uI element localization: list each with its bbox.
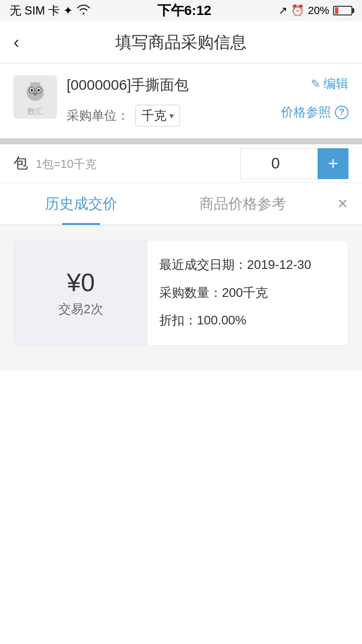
tab-history-price[interactable]: 历史成交价 <box>0 182 162 225</box>
history-price-value: ¥0 <box>67 268 95 297</box>
price-ref-label: 价格参照 <box>281 104 331 121</box>
svg-point-5 <box>31 89 33 92</box>
tab-history-label: 历史成交价 <box>45 194 117 214</box>
history-card: ¥0 交易2次 最近成交日期：2019-12-30 采购数量：200千克 折扣：… <box>14 240 348 346</box>
quantity-left: 包 1包=10千克 <box>14 154 97 173</box>
price-ref-button[interactable]: 价格参照 ? <box>281 104 348 121</box>
product-unit-row: 采购单位： 千克 ▾ <box>67 105 189 126</box>
discount-value: 100.00% <box>197 313 247 327</box>
brand-label: 数汇 <box>23 107 48 117</box>
svg-point-6 <box>38 89 40 92</box>
status-bar: 无 SIM 卡 ✦ 下午6:12 ↗ ⏰ 20% <box>0 0 362 21</box>
quantity-unit-label: 包 <box>14 154 28 173</box>
tab-price-ref[interactable]: 商品价格参考 <box>162 182 323 225</box>
tab-close-button[interactable]: × <box>323 182 362 225</box>
status-right: ↗ ⏰ 20% <box>278 4 352 17</box>
history-price-left: ¥0 交易2次 <box>14 240 148 345</box>
history-discount-row: 折扣：100.00% <box>159 310 336 331</box>
product-image-icon <box>23 78 48 106</box>
product-left: 数汇 [0000006]手撕面包 采购单位： 千克 ▾ <box>14 75 189 126</box>
price-number: 0 <box>81 268 95 296</box>
status-time: 下午6:12 <box>157 1 211 20</box>
bottom-space <box>0 370 362 644</box>
history-quantity-row: 采购数量：200千克 <box>159 283 336 303</box>
product-info: [0000006]手撕面包 采购单位： 千克 ▾ <box>67 75 189 126</box>
quantity-label: 采购数量： <box>159 285 222 300</box>
quantity-value: 200千克 <box>222 285 268 300</box>
quantity-input[interactable] <box>240 148 318 179</box>
unit-chevron-icon: ▾ <box>169 111 174 121</box>
section-divider <box>0 139 362 144</box>
battery-icon <box>333 6 352 15</box>
discount-label: 折扣： <box>159 313 197 327</box>
location-icon: ↗ <box>278 4 287 17</box>
quantity-plus-button[interactable]: + <box>318 148 348 179</box>
edit-button[interactable]: ✎ 编辑 <box>311 75 348 92</box>
history-detail-right: 最近成交日期：2019-12-30 采购数量：200千克 折扣：100.00% <box>148 240 348 345</box>
nav-bar: ‹ 填写商品采购信息 <box>0 21 362 64</box>
date-label: 最近成交日期： <box>159 257 247 272</box>
unit-value: 千克 <box>141 107 167 124</box>
history-trade-count: 交易2次 <box>58 301 103 318</box>
edit-label: 编辑 <box>323 75 348 92</box>
unit-label: 采购单位： <box>67 107 129 124</box>
back-button[interactable]: ‹ <box>14 32 19 53</box>
tab-price-ref-label: 商品价格参考 <box>199 194 286 214</box>
svg-point-8 <box>31 82 39 88</box>
tabs-panel: 历史成交价 商品价格参考 × ¥0 交易2次 最近成交日期：2019-12-30… <box>0 183 362 370</box>
edit-icon: ✎ <box>311 77 320 91</box>
history-date-row: 最近成交日期：2019-12-30 <box>159 255 336 275</box>
price-ref-icon: ? <box>335 106 348 119</box>
status-left: 无 SIM 卡 ✦ <box>10 3 90 18</box>
product-thumbnail: 数汇 <box>14 75 57 119</box>
sim-signal-text: 无 SIM 卡 ✦ <box>10 3 73 18</box>
battery-percent: 20% <box>308 4 329 17</box>
quantity-hint: 1包=10千克 <box>36 156 97 172</box>
page-title: 填写商品采购信息 <box>115 31 247 54</box>
tab-content: ¥0 交易2次 最近成交日期：2019-12-30 采购数量：200千克 折扣：… <box>0 225 362 370</box>
product-name: [0000006]手撕面包 <box>67 75 189 95</box>
product-right: ✎ 编辑 价格参照 ? <box>281 75 348 121</box>
quantity-row: 包 1包=10千克 + <box>0 144 362 183</box>
date-value: 2019-12-30 <box>247 257 311 272</box>
unit-select[interactable]: 千克 ▾ <box>135 105 180 126</box>
tabs-header: 历史成交价 商品价格参考 × <box>0 183 362 225</box>
alarm-icon: ⏰ <box>291 4 304 17</box>
currency-symbol: ¥ <box>67 268 81 296</box>
product-card: 数汇 [0000006]手撕面包 采购单位： 千克 ▾ ✎ 编辑 <box>0 64 362 139</box>
quantity-input-group: + <box>240 148 348 179</box>
wifi-icon <box>77 4 90 17</box>
